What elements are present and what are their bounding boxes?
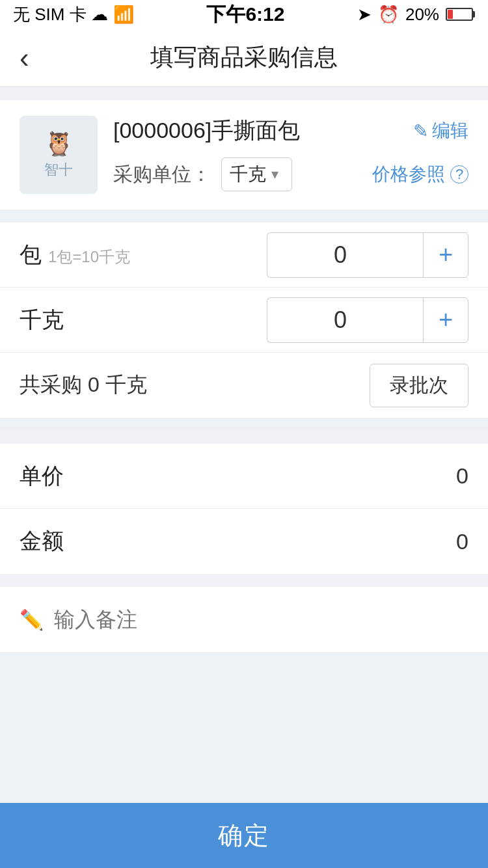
location-icon: ➤ [357,5,372,25]
record-batch-button[interactable]: 录批次 [370,364,468,407]
summary-row: 共采购 0 千克 录批次 [0,353,488,418]
back-button[interactable]: ‹ [20,42,42,74]
unit-price-row: 单价 0 [0,444,488,509]
kg-input-right: + [267,297,468,343]
bag-input-row: 包 1包=10千克 + [0,223,488,288]
kg-plus-button[interactable]: + [423,297,468,343]
status-right: ➤ ⏰ 20% [357,5,475,25]
info-icon: ? [450,165,468,183]
status-time: 下午6:12 [206,1,284,28]
confirm-button[interactable]: 确定 [0,803,488,868]
kg-quantity-input[interactable] [267,297,423,343]
amount-label: 金额 [20,526,64,556]
section-divider-1 [0,210,488,223]
bag-sublabel: 1包=10千克 [48,247,130,267]
wifi-icon: 📶 [113,5,134,25]
product-info: [0000006]手撕面包 ✎ 编辑 采购单位： 千克 ▾ 价格参照 ? [113,116,468,191]
price-ref-button[interactable]: 价格参照 ? [372,162,468,187]
summary-text: 共采购 0 千克 [20,371,147,400]
unit-price-label: 单价 [20,461,64,491]
section-divider-2 [0,418,488,431]
product-card: 🦉 智十 [0000006]手撕面包 ✎ 编辑 采购单位： 千克 ▾ 价格参照 … [0,100,488,210]
status-bar: 无 SIM 卡 ☁ 📶 下午6:12 ➤ ⏰ 20% [0,0,488,29]
edit-label: 编辑 [432,118,468,143]
kg-input-row: 千克 + [0,288,488,353]
chevron-down-icon: ▾ [271,166,278,183]
unit-select-dropdown[interactable]: 千克 ▾ [221,157,292,191]
remark-section: ✏️ [0,587,488,652]
edit-button[interactable]: ✎ 编辑 [413,118,468,143]
bag-input-right: + [267,232,468,278]
price-ref-label: 价格参照 [372,162,445,187]
input-section: 包 1包=10千克 + 千克 + [0,223,488,353]
product-full-name: [0000006]手撕面包 [113,116,300,146]
kg-label: 千克 [20,305,64,335]
alarm-icon: ⏰ [378,5,399,25]
price-section: 单价 0 金额 0 [0,444,488,574]
battery-percent: 20% [405,5,439,25]
kg-plus-icon: + [439,306,453,334]
product-logo-text: 智十 [44,160,73,180]
product-image: 🦉 智十 [20,116,98,194]
bag-plus-icon: + [439,241,453,269]
amount-value: 0 [456,529,468,554]
remark-input[interactable] [54,608,468,632]
page-title: 填写商品采购信息 [150,42,338,74]
pencil-icon: ✏️ [20,608,44,631]
kg-label-group: 千克 [20,305,64,335]
nav-bar: ‹ 填写商品采购信息 [0,29,488,87]
edit-icon: ✎ [413,120,428,142]
bag-label: 包 [20,240,42,270]
bag-plus-button[interactable]: + [423,232,468,278]
product-name-row: [0000006]手撕面包 ✎ 编辑 [113,116,468,146]
purchase-unit-row: 采购单位： 千克 ▾ 价格参照 ? [113,157,468,191]
amount-row: 金额 0 [0,509,488,574]
unit-value: 千克 [230,162,266,187]
product-logo-icon: 🦉 [44,130,74,157]
bag-quantity-input[interactable] [267,232,423,278]
battery-icon [446,8,475,21]
status-left: 无 SIM 卡 ☁ 📶 [13,3,134,26]
purchase-unit-label: 采购单位： [113,161,211,188]
bag-label-group: 包 1包=10千克 [20,240,130,270]
sim-status: 无 SIM 卡 ☁ [13,3,108,26]
unit-price-value: 0 [456,463,468,489]
summary-section: 共采购 0 千克 录批次 [0,353,488,418]
